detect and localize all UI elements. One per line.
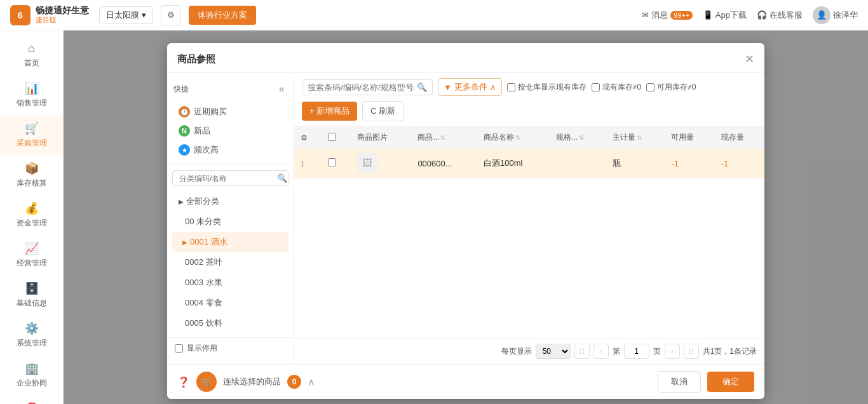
th-spec[interactable]: 规格...⇅ (550, 127, 606, 149)
settings-button[interactable]: ⚙ (161, 5, 181, 25)
quick-link-frequent[interactable]: ★ 频次高 (173, 140, 287, 159)
quick-link-new[interactable]: N 新品 (173, 121, 287, 140)
sidebar-item-home[interactable]: ⌂ 首页 (0, 36, 63, 75)
phone-icon: 📱 (703, 10, 713, 20)
headset-icon: 🎧 (757, 10, 767, 20)
th-code[interactable]: 商品...⇅ (411, 127, 477, 149)
logo-area: 6 畅捷通好生意 捷目版 (10, 5, 89, 25)
more-filter-button[interactable]: ▼ 更多条件 ∧ (438, 78, 502, 96)
td-spec (550, 149, 606, 178)
help-icon[interactable]: ❓ (177, 376, 190, 388)
product-search-input[interactable] (308, 83, 414, 92)
cat-beverage[interactable]: 0005 饮料 (172, 313, 288, 333)
cat-all[interactable]: ▶ 全部分类 (172, 191, 288, 212)
quick-links: 🕐 近期购买 N 新品 ★ 频次高 (167, 102, 294, 159)
modal-header: 商品参照 ✕ (167, 43, 764, 73)
left-panel-top: 快捷 « (167, 78, 294, 102)
current-stock-checkbox[interactable] (592, 83, 600, 91)
top-nav: 6 畅捷通好生意 捷目版 日太阳膜 ▾ ⚙ 体验行业方案 ✉ 消息 99++ 📱… (0, 0, 868, 30)
sort-spec-icon[interactable]: ⇅ (579, 134, 584, 141)
new-product-icon: N (179, 125, 190, 137)
refresh-button[interactable]: C 刷新 (362, 101, 403, 121)
warehouse-stock-checkbox-label[interactable]: 按仓库显示现有库存 (507, 82, 587, 93)
sort-unit-icon[interactable]: ⇅ (637, 134, 642, 141)
user-menu[interactable]: 👤 徐泽华 (813, 6, 858, 24)
divider (167, 165, 294, 165)
sidebar-item-inventory[interactable]: 📦 库存核算 (0, 155, 63, 195)
pagination: 每页显示 50 100 200 ⟨⟨ ‹ 第 页 › (294, 338, 764, 364)
sidebar-item-guide[interactable]: 🎯 新手引导 (0, 395, 63, 404)
th-name[interactable]: 商品名称⇅ (477, 127, 550, 149)
messages-button[interactable]: ✉ 消息 99++ (642, 10, 693, 21)
show-disabled-area: 显示停用 (167, 337, 294, 359)
sidebar-item-purchase[interactable]: 🛒 采购管理 (0, 115, 63, 155)
quick-link-recent[interactable]: 🕐 近期购买 (173, 102, 287, 121)
th-checkbox[interactable] (322, 127, 351, 149)
select-all-checkbox[interactable] (328, 133, 336, 141)
message-badge: 99++ (670, 11, 693, 20)
footer-collapse-button[interactable]: ∧ (308, 376, 315, 388)
collapse-panel-button[interactable]: « (276, 81, 287, 97)
product-table-wrap: ⚙ 商品图片 商品...⇅ 商品名称⇅ 规格...⇅ 主计量⇅ 可用量 现存量 (294, 127, 764, 338)
app-download-button[interactable]: 📱 App下载 (703, 10, 747, 21)
recent-icon: 🕐 (179, 106, 190, 118)
sidebar-item-system[interactable]: ⚙️ 系统管理 (0, 315, 63, 355)
category-search-box[interactable]: 🔍 (172, 170, 288, 186)
first-page-button[interactable]: ⟨⟨ (574, 344, 590, 359)
table-row[interactable]: 1 🖼 000600... 白酒100ml (294, 149, 764, 178)
add-product-button[interactable]: + 新增商品 (302, 102, 357, 121)
sidebar-item-finance[interactable]: 💰 资金管理 (0, 195, 63, 235)
cat-snack[interactable]: 0004 零食 (172, 293, 288, 313)
cat-alcohol[interactable]: ▶ 0001 酒水 (172, 232, 288, 252)
th-available: 可用量 (665, 127, 714, 149)
current-stock-checkbox-label[interactable]: 现有库存≠0 (592, 82, 641, 93)
td-stock: -1 (715, 149, 764, 178)
sidebar-item-enterprise[interactable]: 🏢 企业协同 (0, 355, 63, 395)
purchase-icon: 🛒 (25, 121, 39, 135)
cat-unclassified[interactable]: 00 未分类 (172, 212, 288, 232)
chevron-down-icon: ▾ (142, 10, 146, 20)
last-page-button[interactable]: ⟩⟩ (684, 344, 699, 359)
warehouse-stock-checkbox[interactable] (507, 83, 515, 91)
sidebar-item-operations[interactable]: 📈 经营管理 (0, 235, 63, 275)
confirm-button[interactable]: 确定 (707, 372, 754, 392)
enterprise-icon: 🏢 (25, 361, 39, 375)
trial-button[interactable]: 体验行业方案 (189, 6, 256, 25)
available-stock-checkbox[interactable] (646, 83, 654, 91)
product-search-box[interactable]: 🔍 (302, 79, 433, 95)
online-service-button[interactable]: 🎧 在线客服 (757, 10, 803, 21)
sidebar-item-basic-info[interactable]: 🗄️ 基础信息 (0, 275, 63, 315)
td-unit: 瓶 (606, 149, 665, 178)
row-checkbox[interactable] (328, 158, 336, 166)
table-header-row: ⚙ 商品图片 商品...⇅ 商品名称⇅ 规格...⇅ 主计量⇅ 可用量 现存量 (294, 127, 764, 149)
th-image: 商品图片 (351, 127, 411, 149)
cat-fruit[interactable]: 0003 水果 (172, 273, 288, 293)
th-settings[interactable]: ⚙ (294, 127, 322, 149)
available-stock-checkbox-label[interactable]: 可用库存≠0 (646, 82, 696, 93)
logo-sub: 捷目版 (36, 15, 89, 25)
cancel-button[interactable]: 取消 (658, 371, 701, 393)
logo-icon: 6 (10, 5, 31, 25)
sidebar: ⌂ 首页 📊 销售管理 🛒 采购管理 📦 库存核算 💰 资金管理 📈 经营管理 … (0, 30, 64, 404)
show-disabled-checkbox[interactable] (175, 344, 183, 353)
th-unit[interactable]: 主计量⇅ (606, 127, 665, 149)
prev-page-button[interactable]: ‹ (593, 344, 609, 359)
product-thumbnail: 🖼 (357, 153, 377, 173)
sidebar-item-sales[interactable]: 📊 销售管理 (0, 75, 63, 115)
right-panel: 🔍 ▼ 更多条件 ∧ 按仓库显示现有库存 (294, 73, 764, 364)
page-number-input[interactable] (624, 344, 649, 359)
toolbar: 🔍 ▼ 更多条件 ∧ 按仓库显示现有库存 (294, 73, 764, 127)
sort-code-icon[interactable]: ⇅ (440, 134, 445, 141)
sort-name-icon[interactable]: ⇅ (515, 134, 520, 141)
product-table: ⚙ 商品图片 商品...⇅ 商品名称⇅ 规格...⇅ 主计量⇅ 可用量 现存量 (294, 127, 764, 178)
td-checkbox[interactable] (322, 149, 351, 178)
finance-icon: 💰 (25, 201, 39, 215)
per-page-select[interactable]: 50 100 200 (536, 344, 571, 359)
next-page-button[interactable]: › (665, 344, 680, 359)
category-search-input[interactable] (179, 174, 275, 183)
cart-button[interactable]: 🛒 (196, 372, 217, 392)
cat-tea[interactable]: 0002 茶叶 (172, 252, 288, 273)
modal-close-button[interactable]: ✕ (745, 52, 754, 66)
system-icon: ⚙️ (25, 321, 39, 335)
store-selector[interactable]: 日太阳膜 ▾ (99, 6, 153, 24)
